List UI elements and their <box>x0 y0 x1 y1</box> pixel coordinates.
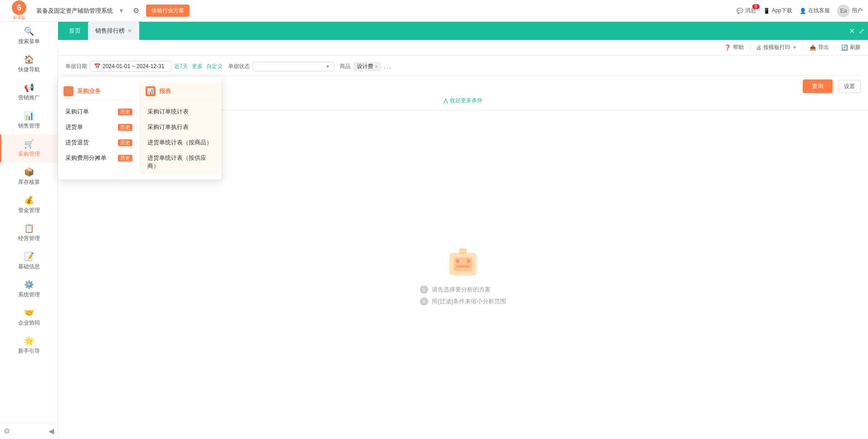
sidebar-item-operations[interactable]: 📋 经营管理 <box>0 219 58 247</box>
sidebar-item-quicknav-label: 快捷导航 <box>18 66 40 74</box>
sidebar-item-search-label: 搜索菜单 <box>18 38 40 45</box>
date-value: 2024-01-01 ~ 2024-12-31 <box>102 63 164 69</box>
purchase-order-exec-label: 采购订单执行表 <box>147 123 189 131</box>
svg-rect-5 <box>459 248 467 254</box>
svg-rect-4 <box>456 266 470 267</box>
sidebar: 🔍 搜索菜单 🏠 快捷导航 📢 营销推广 📊 销售管理 🛒 <box>0 22 58 439</box>
filter-divider <box>65 75 861 76</box>
sales-icon: 📊 <box>24 111 34 121</box>
search-icon: 🔍 <box>24 26 34 36</box>
date-shortcut-custom[interactable]: 自定义 <box>206 63 223 70</box>
dropdown-item-purchase-order[interactable]: 采购订单 历史 <box>63 104 134 119</box>
user-avatar: Ea <box>837 5 850 17</box>
app-download-item[interactable]: 📱 App下载 <box>763 7 792 15</box>
tab-home-label: 首页 <box>69 27 81 35</box>
user-label: 用户 <box>852 7 863 15</box>
dropdown-report-title: 报表 <box>159 87 171 95</box>
sidebar-item-search[interactable]: 🔍 搜索菜单 <box>0 22 58 50</box>
user-item[interactable]: Ea 用户 <box>837 5 863 17</box>
sidebar-item-sales[interactable]: 📊 销售管理 <box>0 106 58 134</box>
sidebar-item-quicknav[interactable]: 🏠 快捷导航 <box>0 50 58 78</box>
sidebar-item-system[interactable]: ⚙️ 系统管理 <box>0 275 58 303</box>
export-action[interactable]: 📤 导出 <box>809 44 829 51</box>
sidebar-item-purchase[interactable]: 🛒 采购管理 <box>0 134 58 163</box>
sidebar-collapse-button[interactable]: ◀ <box>49 427 54 435</box>
purchase-dropdown-menu: 🛒 采购业务 采购订单 历史 进货单 历史 进货退货 历史 采购费用分摊单 <box>58 77 221 179</box>
dropdown-item-purchase-expense[interactable]: 采购费用分摊单 历史 <box>63 150 134 166</box>
sidebar-item-guide-label: 新手引导 <box>18 347 40 355</box>
tab-maximize-icon[interactable]: ⤢ <box>858 27 864 35</box>
tab-sales-ranking[interactable]: 销售排行榜 ✕ <box>88 22 139 40</box>
empty-tip-2: ② 用[过滤]条件来缩小分析范围 <box>420 297 506 306</box>
sidebar-item-sales-label: 销售管理 <box>18 122 40 130</box>
tab-close-window-icon[interactable]: ✕ <box>849 27 855 35</box>
help-action[interactable]: ❓ 帮助 <box>724 44 744 51</box>
divider3: | <box>834 44 836 51</box>
sidebar-nav: 🔍 搜索菜单 🏠 快捷导航 📢 营销推广 📊 销售管理 🛒 <box>0 22 58 423</box>
trial-button[interactable]: 体验行业方案 <box>146 5 190 17</box>
online-service-item[interactable]: 👤 在线客服 <box>800 7 830 15</box>
purchase-order-stat-label: 采购订单统计表 <box>147 108 189 116</box>
dropdown-item-receipt-by-goods[interactable]: 进货单统计表（按商品） <box>146 135 216 150</box>
tab-close-icon[interactable]: ✕ <box>127 28 132 34</box>
refresh-action[interactable]: 🔄 刷新 <box>841 44 861 51</box>
refresh-icon: 🔄 <box>841 44 848 51</box>
export-icon: 📤 <box>809 44 816 51</box>
sidebar-item-finance-label: 资金管理 <box>18 207 40 214</box>
purchase-icon: 🛒 <box>24 139 34 149</box>
tab-bar-right: ✕ ⤢ <box>849 27 864 35</box>
home-icon: 🏠 <box>24 54 34 64</box>
divider2: | <box>802 44 804 51</box>
collapse-button[interactable]: ⋀ 收起更多条件 <box>444 97 483 104</box>
logo-area: 6 标准版 <box>5 0 33 21</box>
doc-status-filter: 单据状态 ▼ <box>228 62 334 71</box>
finance-icon: 💰 <box>24 195 34 205</box>
marketing-icon: 📢 <box>24 83 34 93</box>
sidebar-item-enterprise[interactable]: 🤝 企业协同 <box>0 303 58 331</box>
settings-gear-button[interactable]: ⚙ <box>130 5 142 17</box>
tip-num-2: ② <box>420 297 428 306</box>
dropdown-report-col: 📊 报表 采购订单统计表 采购订单执行表 进货单统计表（按商品） 进货单统计表（… <box>140 83 222 174</box>
message-icon: 💬 <box>736 8 743 14</box>
sidebar-item-basicinfo[interactable]: 📝 基础信息 <box>0 247 58 275</box>
dropdown-cols: 🛒 采购业务 采购订单 历史 进货单 历史 进货退货 历史 采购费用分摊单 <box>58 83 221 174</box>
sidebar-settings-button[interactable]: ⚙ <box>4 427 10 435</box>
sidebar-item-inventory[interactable]: 📦 库存核算 <box>0 163 58 191</box>
template-print-action[interactable]: 🖨 按模板打印 ▼ <box>756 44 797 51</box>
sidebar-item-purchase-label: 采购管理 <box>18 150 40 158</box>
dropdown-item-purchase-order-stat[interactable]: 采购订单统计表 <box>146 104 216 119</box>
date-shortcut-more[interactable]: 更多 <box>192 63 203 70</box>
date-input[interactable]: 📅 2024-01-01 ~ 2024-12-31 <box>90 61 171 72</box>
notification-badge: 9 <box>752 4 760 9</box>
collapse-icon: ⋀ <box>444 98 448 104</box>
operations-icon: 📋 <box>24 223 34 233</box>
doc-status-input[interactable]: ▼ <box>253 62 334 71</box>
export-label: 导出 <box>818 44 829 51</box>
goods-dots[interactable]: ... <box>384 62 391 70</box>
notification-item[interactable]: 💬 消息 9 <box>736 7 756 15</box>
dropdown-item-goods-return[interactable]: 进货退货 历史 <box>63 135 134 150</box>
purchase-expense-badge: 历史 <box>118 155 132 162</box>
report-col-icon: 📊 <box>146 86 156 96</box>
active-indicator <box>0 134 1 163</box>
empty-illustration <box>440 244 486 280</box>
sidebar-item-finance[interactable]: 💰 资金管理 <box>0 191 58 219</box>
tab-home[interactable]: 首页 <box>62 22 88 40</box>
goods-tag-close-icon[interactable]: × <box>375 64 378 69</box>
setting-button[interactable]: 设置 <box>838 80 861 93</box>
query-button[interactable]: 查询 <box>803 79 833 93</box>
goods-return-label: 进货退货 <box>65 138 89 147</box>
date-shortcut-7days[interactable]: 近7天 <box>174 63 188 70</box>
tab-sales-ranking-label: 销售排行榜 <box>95 27 125 35</box>
dropdown-item-goods-receipt[interactable]: 进货单 历史 <box>63 119 134 135</box>
sidebar-item-enterprise-label: 企业协同 <box>18 319 40 327</box>
sidebar-item-marketing[interactable]: 📢 营销推广 <box>0 78 58 106</box>
purchase-expense-label: 采购费用分摊单 <box>65 154 107 162</box>
dropdown-item-purchase-order-exec[interactable]: 采购订单执行表 <box>146 119 216 135</box>
goods-tag-text: 设计费 <box>357 63 373 70</box>
sidebar-item-system-label: 系统管理 <box>18 291 40 299</box>
sidebar-item-guide[interactable]: 🌟 新手引导 <box>0 331 58 360</box>
dropdown-purchase-title: 采购业务 <box>77 87 101 95</box>
goods-label: 商品 <box>340 63 351 70</box>
dropdown-item-receipt-by-supplier[interactable]: 进货单统计表（按供应商） <box>146 150 216 174</box>
